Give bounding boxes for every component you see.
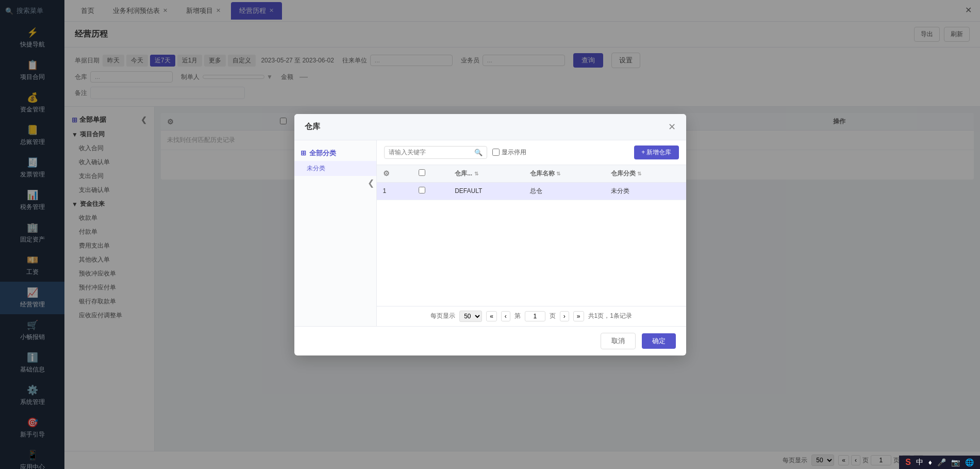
taskbar-globe-icon[interactable]: 🌐 [965, 458, 974, 466]
modal-search-input[interactable] [389, 149, 472, 156]
show-disabled-checkbox[interactable] [492, 149, 500, 156]
modal-actions: 取消 确定 [294, 326, 686, 355]
modal-per-page-label: 每页显示 [430, 312, 455, 320]
modal-th-name: 仓库名称 ⇅ [524, 165, 605, 183]
modal-last-page-button[interactable]: » [573, 311, 584, 321]
modal-select-all[interactable] [419, 169, 425, 176]
taskbar-s-icon: S [905, 458, 911, 467]
modal-total-records: 共1页，1条记录 [588, 312, 632, 320]
modal-th-checkbox [412, 165, 449, 183]
taskbar-camera-icon[interactable]: 📷 [951, 458, 960, 466]
sort-name-icon: ⇅ [556, 171, 560, 176]
row-checkbox[interactable] [419, 187, 425, 193]
table-row[interactable]: 1 DEFAULT 总仓 未分类 [377, 182, 686, 200]
modal-cancel-button[interactable]: 取消 [601, 333, 636, 349]
sort-category-icon: ⇅ [637, 171, 641, 176]
modal-page-suffix: 页 [550, 312, 556, 320]
modal-pagination: 每页显示 50 « ‹ 第 页 › » 共1页，1条记录 [377, 306, 686, 326]
modal-close-button[interactable]: ✕ [668, 121, 676, 133]
modal-title: 仓库 [305, 122, 320, 132]
modal-all-category-label: 全部分类 [309, 149, 336, 158]
taskbar: S 中 ♦ 🎤 📷 🌐 [899, 456, 980, 469]
add-warehouse-button[interactable]: + 新增仓库 [634, 145, 678, 159]
modal-next-page-button[interactable]: › [560, 311, 569, 321]
modal-all-category[interactable]: ⊞ 全部分类 [294, 145, 376, 161]
modal-gear-icon[interactable]: ⚙ [383, 169, 390, 177]
show-disabled-label: 显示停用 [502, 148, 526, 157]
modal-sidebar: ⊞ 全部分类 未分类 ❮ [294, 140, 377, 326]
row-cell-code: DEFAULT [449, 182, 524, 200]
modal-body: ⊞ 全部分类 未分类 ❮ 🔍 [294, 140, 686, 326]
modal-toolbar: 🔍 显示停用 + 新增仓库 [377, 140, 686, 165]
modal-search-box[interactable]: 🔍 [384, 146, 487, 159]
modal-confirm-button[interactable]: 确定 [642, 333, 676, 349]
row-cell-checkbox [412, 182, 449, 200]
modal-per-page-select[interactable]: 50 [459, 311, 482, 322]
modal-th-category: 仓库分类 ⇅ [605, 165, 686, 183]
modal-th-gear: ⚙ [377, 165, 413, 183]
show-disabled-toggle[interactable]: 显示停用 [492, 148, 526, 157]
row-cell-name: 总仓 [524, 182, 605, 200]
modal-page-input[interactable] [525, 311, 545, 321]
modal-table-wrapper: ⚙ 仓库... ⇅ 仓库名称 ⇅ 仓库分类 ⇅ [377, 165, 686, 306]
warehouse-modal: 仓库 ✕ ⊞ 全部分类 未分类 ❮ [294, 114, 686, 355]
modal-main: 🔍 显示停用 + 新增仓库 ⚙ [377, 140, 686, 326]
taskbar-zh-icon[interactable]: 中 [916, 458, 923, 467]
row-cell-num: 1 [377, 182, 413, 200]
modal-prev-page-button[interactable]: ‹ [501, 311, 510, 321]
modal-first-page-button[interactable]: « [486, 311, 497, 321]
taskbar-diamond-icon[interactable]: ♦ [928, 458, 932, 466]
modal-uncategorized-label: 未分类 [307, 165, 325, 172]
modal-sidebar-collapse-button[interactable]: ❮ [368, 178, 376, 188]
modal-header: 仓库 ✕ [294, 114, 686, 140]
modal-category-uncategorized[interactable]: 未分类 [294, 161, 376, 176]
modal-th-code: 仓库... ⇅ [449, 165, 524, 183]
modal-warehouse-table: ⚙ 仓库... ⇅ 仓库名称 ⇅ 仓库分类 ⇅ [377, 165, 686, 200]
sort-code-icon: ⇅ [474, 171, 478, 176]
grid-icon-modal: ⊞ [301, 149, 306, 157]
modal-search-icon: 🔍 [474, 149, 483, 156]
row-cell-category: 未分类 [605, 182, 686, 200]
modal-overlay: 仓库 ✕ ⊞ 全部分类 未分类 ❮ [0, 0, 980, 469]
modal-page-label: 第 [514, 312, 521, 320]
taskbar-mic-icon[interactable]: 🎤 [937, 458, 946, 466]
